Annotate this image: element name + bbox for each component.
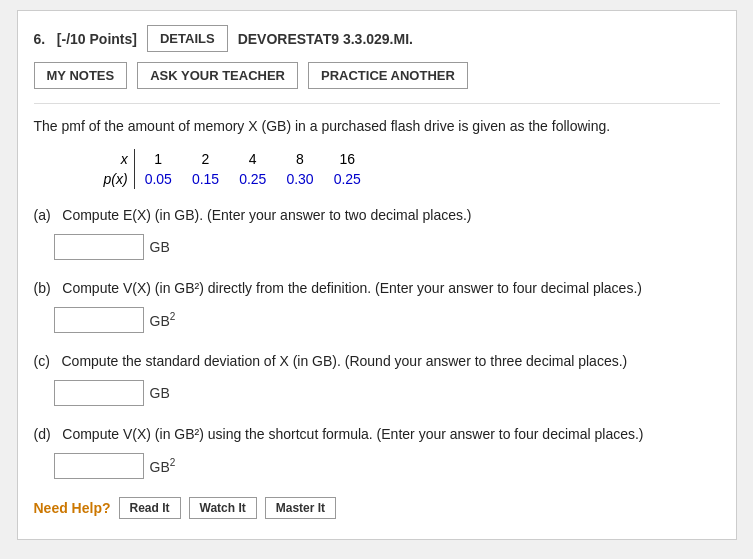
pmf-x-1: 1: [134, 149, 182, 169]
part-c-description: Compute the standard deviation of X (in …: [62, 353, 628, 369]
problem-num-label: 6.: [34, 31, 46, 47]
part-a-description: Compute E(X) (in GB). (Enter your answer…: [62, 207, 471, 223]
details-button[interactable]: DETAILS: [147, 25, 228, 52]
part-c-input[interactable]: [54, 380, 144, 406]
pmf-x-5: 16: [324, 149, 371, 169]
master-it-button[interactable]: Master It: [265, 497, 336, 519]
part-b-unit: GB2: [150, 311, 176, 329]
part-d-text: (d) Compute V(X) (in GB²) using the shor…: [34, 424, 720, 445]
problem-id-label: DEVORESTAT9 3.3.029.MI.: [238, 31, 413, 47]
problem-card: 6. [-/10 Points] DETAILS DEVORESTAT9 3.3…: [17, 10, 737, 540]
pmf-table: x 1 2 4 8 16 p(x) 0.05 0.15 0.25 0.30 0.…: [94, 149, 720, 189]
part-c-answer-row: GB: [54, 380, 720, 406]
pmf-x-4: 8: [276, 149, 323, 169]
need-help-label: Need Help?: [34, 500, 111, 516]
part-d: (d) Compute V(X) (in GB²) using the shor…: [34, 424, 720, 479]
pmf-x-2: 2: [182, 149, 229, 169]
my-notes-button[interactable]: MY NOTES: [34, 62, 128, 89]
read-it-button[interactable]: Read It: [119, 497, 181, 519]
part-b-text: (b) Compute V(X) (in GB²) directly from …: [34, 278, 720, 299]
part-a: (a) Compute E(X) (in GB). (Enter your an…: [34, 205, 720, 260]
problem-description: The pmf of the amount of memory X (GB) i…: [34, 116, 720, 137]
pmf-px-4: 0.30: [276, 169, 323, 189]
problem-number: 6. [-/10 Points]: [34, 31, 137, 47]
part-d-answer-row: GB2: [54, 453, 720, 479]
part-a-answer-row: GB: [54, 234, 720, 260]
part-c-text: (c) Compute the standard deviation of X …: [34, 351, 720, 372]
need-help-row: Need Help? Read It Watch It Master It: [34, 497, 720, 519]
ask-teacher-button[interactable]: ASK YOUR TEACHER: [137, 62, 298, 89]
part-a-text: (a) Compute E(X) (in GB). (Enter your an…: [34, 205, 720, 226]
pmf-px-1: 0.05: [134, 169, 182, 189]
action-row: MY NOTES ASK YOUR TEACHER PRACTICE ANOTH…: [34, 62, 720, 89]
part-d-unit: GB2: [150, 457, 176, 475]
part-d-input[interactable]: [54, 453, 144, 479]
pmf-x-label: x: [94, 149, 135, 169]
part-d-description: Compute V(X) (in GB²) using the shortcut…: [62, 426, 643, 442]
part-c-unit: GB: [150, 385, 170, 401]
practice-another-button[interactable]: PRACTICE ANOTHER: [308, 62, 468, 89]
part-a-unit: GB: [150, 239, 170, 255]
part-a-input[interactable]: [54, 234, 144, 260]
pmf-px-5: 0.25: [324, 169, 371, 189]
pmf-x-3: 4: [229, 149, 276, 169]
points-label: [-/10 Points]: [57, 31, 137, 47]
pmf-px-3: 0.25: [229, 169, 276, 189]
pmf-px-label: p(x): [94, 169, 135, 189]
part-b: (b) Compute V(X) (in GB²) directly from …: [34, 278, 720, 333]
part-c: (c) Compute the standard deviation of X …: [34, 351, 720, 406]
part-d-label: (d): [34, 426, 59, 442]
part-c-label: (c): [34, 353, 58, 369]
watch-it-button[interactable]: Watch It: [189, 497, 257, 519]
divider: [34, 103, 720, 104]
part-b-description: Compute V(X) (in GB²) directly from the …: [62, 280, 642, 296]
part-b-label: (b): [34, 280, 59, 296]
part-a-label: (a): [34, 207, 59, 223]
part-b-input[interactable]: [54, 307, 144, 333]
header-row: 6. [-/10 Points] DETAILS DEVORESTAT9 3.3…: [34, 25, 720, 52]
part-b-answer-row: GB2: [54, 307, 720, 333]
pmf-px-2: 0.15: [182, 169, 229, 189]
